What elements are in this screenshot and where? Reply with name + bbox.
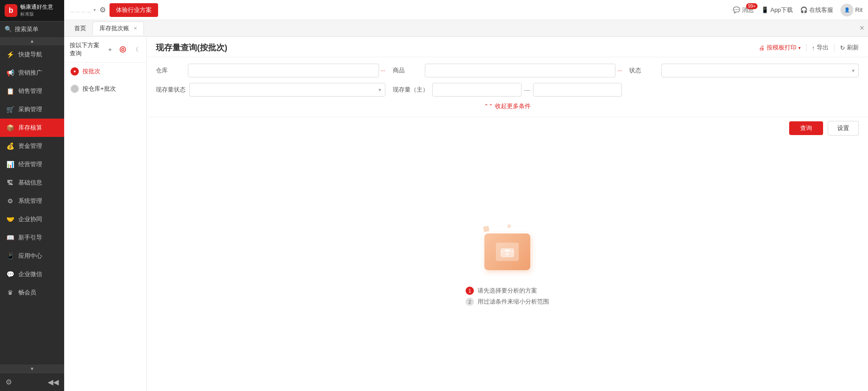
sidebar-item-wechat[interactable]: 💬 企业微信 (0, 265, 64, 283)
headset-icon: 🎧 (800, 6, 808, 13)
box-icon (499, 245, 516, 259)
svg-point-1 (122, 49, 124, 51)
sidebar-scroll-up[interactable]: ▲ (0, 37, 64, 45)
settings-icon[interactable]: ⚙ (5, 378, 12, 386)
print-icon: 🖨 (759, 44, 765, 51)
user-avatar: 👤 (841, 4, 853, 16)
query-btn[interactable]: 查询 (789, 121, 823, 135)
export-btn[interactable]: ↑ 导出 (812, 43, 829, 52)
search-menu-item[interactable]: 🔍 搜索菜单 (0, 22, 64, 37)
search-icon: 🔍 (5, 26, 12, 33)
sidebar-item-system[interactable]: ⚙ 系统管理 (0, 192, 64, 210)
inventory-icon: 📦 (5, 123, 15, 132)
sidebar-item-newuser[interactable]: 📖 新手引导 (0, 228, 64, 247)
tab-home[interactable]: 首页 (68, 22, 93, 35)
marketing-icon: 📢 (5, 68, 15, 77)
sidebar-scroll-down[interactable]: ▼ (0, 364, 64, 373)
topbar-left: ＿＿＿＿ ▾ ⚙ 体验行业方案 (70, 3, 728, 17)
inactive-scheme-dot (71, 85, 79, 93)
product-more-btn[interactable]: ··· (617, 67, 622, 74)
inactive-dot-icon (72, 87, 77, 91)
add-scheme-btn[interactable]: + (105, 44, 115, 54)
sidebar-item-quick-nav[interactable]: ⚡ 快捷导航 (0, 45, 64, 64)
sidebar-company-info: 畅康通好生意 标准版 (20, 4, 53, 17)
collapse-more-btn[interactable]: ⌃⌃ 收起更多条件 (156, 102, 859, 110)
breadcrumb-dropdown-icon[interactable]: ▾ (93, 7, 96, 12)
breadcrumb: ＿＿＿＿ ▾ (70, 6, 96, 14)
dot-icon (72, 69, 77, 74)
collapse-icon: ⌃⌃ (484, 103, 493, 109)
tip-text-1: 请先选择要分析的方案 (478, 287, 537, 295)
collapse-left-btn[interactable]: 《 (131, 44, 141, 54)
messages-btn[interactable]: 💬 消息 99+ (733, 6, 754, 14)
quantity-min-input[interactable] (432, 83, 522, 97)
sidebar-footer: ⚙ ◀◀ (0, 373, 64, 391)
finance-icon: 💰 (5, 141, 15, 151)
appstore-icon: 📱 (5, 251, 15, 261)
sidebar-item-basics[interactable]: 🏗 基础信息 (0, 174, 64, 192)
scheme-item-by-batch[interactable]: 按批次 (64, 63, 146, 80)
settings-btn[interactable]: 设置 (828, 121, 859, 136)
panel-close-btn[interactable]: × (859, 23, 864, 33)
tab-inventory-batch[interactable]: 库存批次账 × (93, 22, 144, 35)
user-profile-btn[interactable]: 👤 Rit (841, 4, 863, 16)
svg-point-0 (120, 47, 126, 52)
product-input[interactable] (425, 64, 616, 77)
sidebar-item-enterprise[interactable]: 🤝 企业协同 (0, 210, 64, 228)
print-btn[interactable]: 🖨 按模板打印 ▾ (759, 43, 801, 52)
quantity-max-input[interactable] (533, 83, 622, 97)
tip-num-2: 2 (466, 298, 474, 306)
header-divider-1 (806, 44, 807, 51)
status-select[interactable]: ▾ (661, 64, 859, 77)
sidebar-item-appstore[interactable]: 📱 应用中心 (0, 247, 64, 265)
topbar-gear-icon[interactable]: ⚙ (99, 5, 106, 14)
trial-btn[interactable]: 体验行业方案 (110, 3, 158, 17)
topbar: ＿＿＿＿ ▾ ⚙ 体验行业方案 💬 消息 99+ 📱 App下载 🎧 在线客服 (64, 0, 868, 20)
scheme-item-by-warehouse-batch[interactable]: 按仓库+批次 (64, 80, 146, 98)
left-panel-header: 按以下方案查询 + 《 (64, 37, 146, 63)
refresh-btn[interactable]: ↻ 刷新 (840, 43, 859, 52)
warehouse-input[interactable] (188, 64, 379, 77)
tab-close-icon[interactable]: × (134, 25, 137, 32)
sidebar-item-vip[interactable]: ♛ 畅会员 (0, 283, 64, 302)
filter-status: 状态 ▾ (629, 64, 859, 77)
sidebar-item-inventory[interactable]: 📦 库存核算 (0, 119, 64, 137)
main-area: ＿＿＿＿ ▾ ⚙ 体验行业方案 💬 消息 99+ 📱 App下载 🎧 在线客服 (64, 0, 868, 391)
filter-row-1: 仓库 ··· 商品 ··· 状态 ▾ (156, 64, 859, 77)
right-panel: 现存量查询(按批次) 🖨 按模板打印 ▾ ↑ 导出 ↻ 刷 (147, 37, 868, 391)
online-support-btn[interactable]: 🎧 在线客服 (800, 6, 833, 14)
warehouse-more-btn[interactable]: ··· (381, 67, 385, 74)
sidebar-item-sales[interactable]: 📋 销售管理 (0, 82, 64, 100)
deco-1 (483, 226, 489, 232)
page-header: 现存量查询(按批次) 🖨 按模板打印 ▾ ↑ 导出 ↻ 刷 (147, 37, 868, 57)
export-icon: ↑ (812, 44, 815, 51)
app-download-btn[interactable]: 📱 App下载 (761, 6, 793, 14)
operations-icon: 📊 (5, 160, 15, 169)
svg-point-4 (73, 87, 77, 91)
refresh-icon: ↻ (840, 44, 845, 51)
edition-label: 标准版 (20, 11, 53, 17)
sidebar-item-finance[interactable]: 💰 资金管理 (0, 137, 64, 155)
empty-tip-2: 2 用过滤条件来缩小分析范围 (466, 298, 549, 306)
purchase-icon: 🛒 (5, 105, 15, 114)
filter-area: 仓库 ··· 商品 ··· 状态 ▾ (147, 57, 868, 117)
warehouse-label: 仓库 (156, 66, 188, 75)
filter-stock-status: 现存量状态 ▾ (156, 83, 385, 97)
empty-box-face (496, 243, 519, 261)
sidebar-item-operations[interactable]: 📊 经营管理 (0, 155, 64, 174)
scheme-settings-btn[interactable] (118, 44, 128, 54)
topbar-right: 💬 消息 99+ 📱 App下载 🎧 在线客服 👤 Rit (733, 4, 863, 16)
stock-status-select[interactable]: ▾ (189, 83, 385, 97)
empty-state: 1 请先选择要分析的方案 2 用过滤条件来缩小分析范围 (147, 139, 868, 391)
sidebar-item-purchase[interactable]: 🛒 采购管理 (0, 100, 64, 119)
filter-warehouse: 仓库 ··· (156, 64, 385, 77)
print-dropdown-icon[interactable]: ▾ (798, 45, 801, 50)
action-bar: 查询 设置 (147, 117, 868, 139)
collapse-sidebar-icon[interactable]: ◀◀ (48, 378, 59, 386)
sidebar-item-marketing[interactable]: 📢 营销推广 (0, 64, 64, 82)
svg-point-3 (74, 71, 76, 72)
status-label: 状态 (629, 66, 661, 75)
product-label: 商品 (393, 66, 425, 75)
messages-badge: 99+ (746, 3, 758, 9)
system-icon: ⚙ (5, 196, 15, 206)
